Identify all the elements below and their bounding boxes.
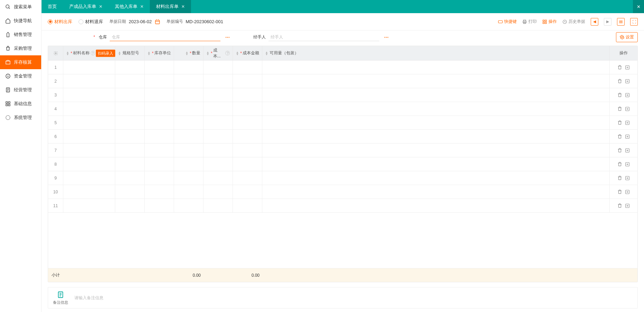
delete-row-icon[interactable] <box>617 79 622 84</box>
table-row[interactable]: 9 <box>48 171 637 185</box>
close-icon[interactable]: ✕ <box>99 4 102 9</box>
radio-material-return[interactable]: 材料退库 <box>79 19 103 25</box>
add-row-icon[interactable] <box>625 107 630 111</box>
cell-qty[interactable] <box>174 144 203 157</box>
cell-qty[interactable] <box>174 185 203 199</box>
cell-unit[interactable] <box>145 199 174 212</box>
help-icon[interactable]: ? <box>91 51 95 55</box>
cell-spec[interactable] <box>115 102 145 116</box>
scan-entry-button[interactable]: 扫码录入 <box>96 49 115 57</box>
print-link[interactable]: 打印 <box>522 19 537 25</box>
cell-name[interactable] <box>63 185 115 199</box>
cell-qty[interactable] <box>174 61 203 74</box>
delete-row-icon[interactable] <box>617 65 622 70</box>
sort-icon[interactable]: ▲▼ <box>147 51 151 55</box>
cell-amount[interactable] <box>233 116 262 129</box>
column-config-button[interactable] <box>48 46 63 60</box>
cell-amount[interactable] <box>233 171 262 185</box>
cell-spec[interactable] <box>115 88 145 102</box>
th-available[interactable]: ▲▼可用量（包装） <box>262 46 610 60</box>
cell-qty[interactable] <box>174 102 203 116</box>
history-link[interactable]: 历史单据 <box>562 19 585 25</box>
cell-name[interactable] <box>63 61 115 74</box>
table-row[interactable]: 10 <box>48 185 637 199</box>
table-row[interactable]: 8 <box>48 157 637 171</box>
handler-input[interactable] <box>269 33 379 41</box>
cell-name[interactable] <box>63 116 115 129</box>
delete-row-icon[interactable] <box>617 107 622 111</box>
sidebar-item-basicinfo[interactable]: 基础信息 <box>0 97 41 111</box>
cell-cost[interactable] <box>203 74 233 88</box>
add-row-icon[interactable] <box>625 162 630 167</box>
cell-spec[interactable] <box>115 157 145 171</box>
tab-material-out[interactable]: 材料出库单✕ <box>150 0 191 13</box>
cell-name[interactable] <box>63 157 115 171</box>
close-icon[interactable]: ✕ <box>140 4 144 9</box>
cell-qty[interactable] <box>174 74 203 88</box>
table-row[interactable]: 3 <box>48 88 637 102</box>
cell-spec[interactable] <box>115 61 145 74</box>
sidebar-item-system[interactable]: 系统管理 <box>0 111 41 125</box>
cell-cost[interactable] <box>203 144 233 157</box>
cell-name[interactable] <box>63 88 115 102</box>
add-row-icon[interactable] <box>625 93 630 98</box>
cell-amount[interactable] <box>233 74 262 88</box>
cell-name[interactable] <box>63 199 115 212</box>
sidebar-item-purchase[interactable]: 采购管理 <box>0 42 41 55</box>
cell-avail[interactable] <box>262 185 610 199</box>
radio-material-out[interactable]: 材料出库 <box>48 19 72 25</box>
sidebar-item-inventory[interactable]: 库存核算 <box>0 55 41 69</box>
sort-icon[interactable]: ▲▼ <box>206 51 209 55</box>
cell-amount[interactable] <box>233 144 262 157</box>
tab-home[interactable]: 首页 <box>42 0 63 13</box>
table-row[interactable]: 6 <box>48 130 637 144</box>
close-icon[interactable]: ✕ <box>181 4 185 9</box>
more-dots-icon[interactable]: ⋯ <box>223 35 233 40</box>
sidebar-item-search[interactable]: 搜索菜单 <box>0 0 41 14</box>
cell-unit[interactable] <box>145 144 174 157</box>
cell-spec[interactable] <box>115 199 145 212</box>
cell-name[interactable] <box>63 74 115 88</box>
cell-spec[interactable] <box>115 130 145 143</box>
cell-cost[interactable] <box>203 157 233 171</box>
calendar-icon[interactable] <box>155 19 160 25</box>
nav-next-button[interactable]: ▶ <box>604 18 611 26</box>
help-icon[interactable]: ? <box>225 51 230 55</box>
th-spec[interactable]: ▲▼规格型号 <box>115 46 145 60</box>
nav-prev-button[interactable]: ◀ <box>591 18 598 26</box>
cell-name[interactable] <box>63 171 115 185</box>
th-unit[interactable]: ▲▼*库存单位 <box>145 46 174 60</box>
cell-unit[interactable] <box>145 157 174 171</box>
cell-unit[interactable] <box>145 185 174 199</box>
tab-other-in[interactable]: 其他入库单✕ <box>109 0 150 13</box>
cell-unit[interactable] <box>145 61 174 74</box>
delete-row-icon[interactable] <box>617 148 622 153</box>
more-dots-icon[interactable]: ⋯ <box>382 35 391 40</box>
table-row[interactable]: 2 <box>48 74 637 88</box>
table-row[interactable]: 5 <box>48 116 637 130</box>
th-amount[interactable]: ▲▼*成本金额 <box>233 46 262 60</box>
cell-qty[interactable] <box>174 130 203 143</box>
th-material-name[interactable]: ▲▼ *材料名称? 扫码录入 <box>63 46 115 60</box>
sort-icon[interactable]: ▲▼ <box>236 51 239 55</box>
cell-unit[interactable] <box>145 171 174 185</box>
table-row[interactable]: 4 <box>48 102 637 116</box>
cell-cost[interactable] <box>203 185 233 199</box>
delete-row-icon[interactable] <box>617 176 622 181</box>
cell-avail[interactable] <box>262 171 610 185</box>
cell-avail[interactable] <box>262 88 610 102</box>
cell-cost[interactable] <box>203 199 233 212</box>
delete-row-icon[interactable] <box>617 203 622 208</box>
delete-row-icon[interactable] <box>617 134 622 139</box>
add-row-icon[interactable] <box>625 120 630 125</box>
cell-spec[interactable] <box>115 74 145 88</box>
add-row-icon[interactable] <box>625 79 630 84</box>
cell-unit[interactable] <box>145 116 174 129</box>
cell-spec[interactable] <box>115 185 145 199</box>
cell-amount[interactable] <box>233 102 262 116</box>
add-row-icon[interactable] <box>625 176 630 181</box>
cell-qty[interactable] <box>174 88 203 102</box>
remarks-input[interactable] <box>74 295 633 300</box>
delete-row-icon[interactable] <box>617 93 622 98</box>
date-value[interactable]: 2023-06-02 <box>129 19 152 24</box>
